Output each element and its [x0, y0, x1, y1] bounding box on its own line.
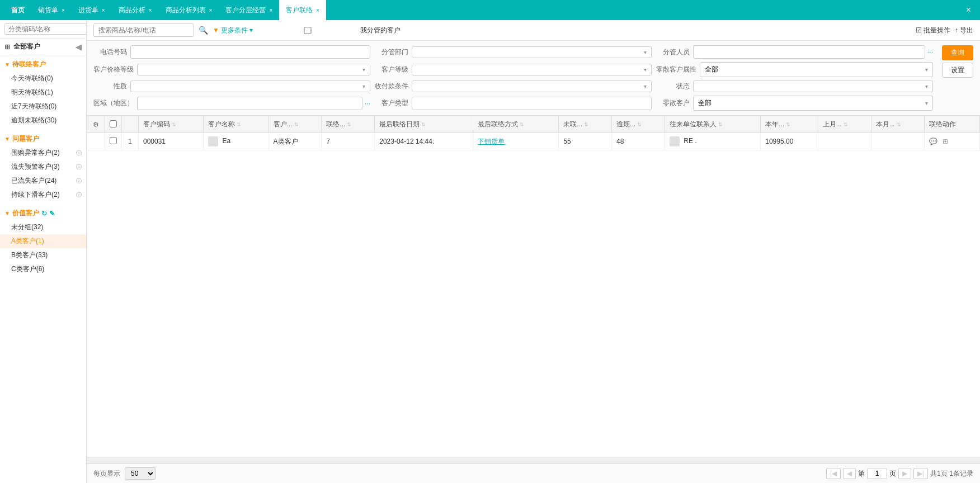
prev-page-button[interactable]: ◀	[843, 468, 856, 479]
horizontal-scrollbar[interactable]	[87, 457, 980, 463]
sidebar-item-today[interactable]: 今天待联络(0)	[0, 72, 86, 86]
filter-department-select[interactable]: ▾	[412, 46, 652, 58]
nav-analysis-close[interactable]: ×	[149, 7, 152, 13]
sidebar-item-ungroup[interactable]: 未分组(32)	[0, 220, 86, 234]
export-button[interactable]: ↑ 导出	[955, 26, 973, 35]
last-page-button[interactable]: ▶|	[913, 468, 928, 479]
global-close-button[interactable]: ×	[962, 5, 976, 15]
filter-price-grade: 客户价格等级 ▾	[93, 64, 370, 75]
col-uncontact[interactable]: 未联... ⇅	[559, 116, 612, 133]
nav-home[interactable]: 首页	[4, 0, 31, 20]
sidebar-section-problem: ▼ 问题客户 囤购异常客户(2) ⓘ 流失预警客户(3) ⓘ 已流失客户(24)…	[0, 130, 86, 204]
sidebar-search-input[interactable]	[4, 23, 87, 35]
my-customer-checkbox-label[interactable]: 我分管的客户	[257, 26, 401, 35]
sidebar-search-area: 🔍	[0, 20, 86, 39]
nav-salesorder[interactable]: 销货单 ×	[31, 0, 72, 20]
first-page-button[interactable]: |◀	[826, 468, 841, 479]
info-icon: ⓘ	[76, 191, 82, 199]
query-button[interactable]: 查询	[942, 45, 973, 60]
filter-manager: 分管人员 ···	[656, 45, 933, 59]
filter-region-input[interactable]	[137, 97, 362, 110]
filter-manager-input[interactable]	[693, 45, 925, 59]
filter-retail-customer-select[interactable]: 全部 ▾	[693, 96, 933, 111]
toolbar-search-icon[interactable]: 🔍	[199, 26, 208, 35]
page-number-input[interactable]	[867, 468, 887, 479]
filter-more-button[interactable]: ▼ 更多条件 ▾	[213, 26, 253, 35]
next-page-button[interactable]: ▶	[898, 468, 911, 479]
col-contact[interactable]: 联络... ⇅	[322, 116, 375, 133]
settings-button[interactable]: 设置	[942, 63, 973, 78]
nav-customer-contact-close[interactable]: ×	[316, 7, 319, 13]
sidebar-item-hoarding[interactable]: 囤购异常客户(2) ⓘ	[0, 146, 86, 160]
page-size-select[interactable]: 50 100 200	[125, 467, 156, 480]
col-last-method[interactable]: 最后联络方式 ⇅	[473, 116, 559, 133]
filter-nature-label: 性质	[93, 82, 127, 91]
nav-purchaseorder[interactable]: 进货单 ×	[72, 0, 112, 20]
filter-nature-select[interactable]: ▾	[130, 80, 370, 92]
row-contactperson-cell: RE .	[665, 133, 760, 150]
select-all-checkbox[interactable]	[110, 120, 117, 127]
nav-analysis-list-close[interactable]: ×	[209, 7, 213, 13]
filter-region: 区域（地区） ···	[93, 97, 370, 110]
filter-region-dots[interactable]: ···	[365, 100, 370, 107]
col-overdue[interactable]: 逾期... ⇅	[612, 116, 665, 133]
col-code[interactable]: 客户编码 ⇅	[139, 116, 204, 133]
row-checkbox[interactable]	[110, 137, 117, 144]
chat-icon[interactable]: 💬	[929, 138, 937, 145]
filter-phone-input[interactable]	[130, 45, 370, 59]
nav-customer-contact[interactable]: 客户联络 ×	[279, 0, 326, 20]
sidebar-section-problem-title[interactable]: ▼ 问题客户	[0, 132, 86, 146]
sidebar-item-declining[interactable]: 持续下滑客户(2) ⓘ	[0, 188, 86, 202]
sidebar-item-churn-warning[interactable]: 流失预警客户(3) ⓘ	[0, 160, 86, 174]
filter-phone-label: 电话号码	[93, 48, 127, 57]
sidebar-item-7days[interactable]: 近7天待联络(0)	[0, 100, 86, 113]
sort-icon: ⇅	[237, 122, 241, 127]
filter-payment-select[interactable]: ▾	[412, 80, 652, 92]
filter-row-1: 电话号码 分管部门 ▾ 分管人员	[93, 45, 933, 59]
col-type[interactable]: 客户... ⇅	[268, 116, 322, 133]
nav-customer-segment-close[interactable]: ×	[269, 7, 272, 13]
page-size-label: 每页显示	[93, 469, 120, 479]
filter-price-grade-select[interactable]: ▾	[137, 64, 370, 75]
sidebar-item-bclass[interactable]: B类客户(33)	[0, 248, 86, 262]
col-contact-person[interactable]: 往来单位联系人 ⇅	[665, 116, 760, 133]
top-navigation: 首页 销货单 × 进货单 × 商品分析 × 商品分析列表 × 客户分层经营 × …	[0, 0, 980, 20]
filter-phone: 电话号码	[93, 45, 370, 59]
filter-retail-customer-label: 零散客户	[656, 98, 690, 108]
filter-customer-grade-select[interactable]: ▾	[412, 64, 652, 75]
sidebar-section-value-title[interactable]: ▼ 价值客户 ↻ ✎	[0, 206, 86, 220]
info-icon: ⓘ	[76, 149, 82, 157]
filter-price-grade-label: 客户价格等级	[93, 65, 134, 74]
value-refresh-icon[interactable]: ↻	[41, 210, 47, 217]
settings-icon[interactable]: ⚙	[93, 121, 99, 129]
col-name[interactable]: 客户名称 ⇅	[204, 116, 268, 133]
col-last-month[interactable]: 上月... ⇅	[818, 116, 871, 133]
last-method-link[interactable]: 下销货单	[478, 138, 505, 145]
nav-analysis[interactable]: 商品分析 ×	[112, 0, 159, 20]
filter-status-select[interactable]: ▾	[693, 80, 933, 92]
col-year-amt[interactable]: 本年... ⇅	[761, 116, 818, 133]
col-last-date[interactable]: 最后联络日期 ⇅	[375, 116, 473, 133]
nav-purchaseorder-close[interactable]: ×	[102, 7, 105, 13]
sidebar-item-cclass[interactable]: C类客户(6)	[0, 262, 86, 276]
nav-analysis-list[interactable]: 商品分析列表 ×	[159, 0, 219, 20]
filter-retail-attr-select[interactable]: 全部 ▾	[700, 62, 933, 77]
search-input[interactable]	[93, 23, 194, 37]
filter-customer-type-input[interactable]	[412, 97, 652, 110]
sidebar-item-overdue[interactable]: 逾期未联络(30)	[0, 113, 86, 127]
sidebar-item-aclass[interactable]: A类客户(1)	[0, 234, 86, 248]
col-settings[interactable]: ⚙	[87, 116, 105, 133]
filter-manager-dots[interactable]: ···	[927, 48, 933, 56]
sidebar-section-pending-title[interactable]: ▼ 待联络客户	[0, 58, 86, 72]
sidebar-all-customers-header[interactable]: ⊞ 全部客户 ◀	[0, 39, 86, 55]
value-settings-icon[interactable]: ✎	[49, 210, 55, 217]
sidebar-item-tomorrow[interactable]: 明天待联络(1)	[0, 86, 86, 100]
nav-customer-segment[interactable]: 客户分层经营 ×	[219, 0, 279, 20]
nav-salesorder-close[interactable]: ×	[62, 7, 65, 13]
col-this-month[interactable]: 本月... ⇅	[871, 116, 924, 133]
batch-operation-button[interactable]: ☑ 批量操作	[916, 26, 950, 35]
my-customer-checkbox[interactable]	[257, 27, 358, 34]
sidebar-item-churned[interactable]: 已流失客户(24) ⓘ	[0, 174, 86, 188]
grid-action-icon[interactable]: ⊞	[943, 138, 948, 145]
sidebar-collapse-button[interactable]: ◀	[76, 42, 82, 51]
